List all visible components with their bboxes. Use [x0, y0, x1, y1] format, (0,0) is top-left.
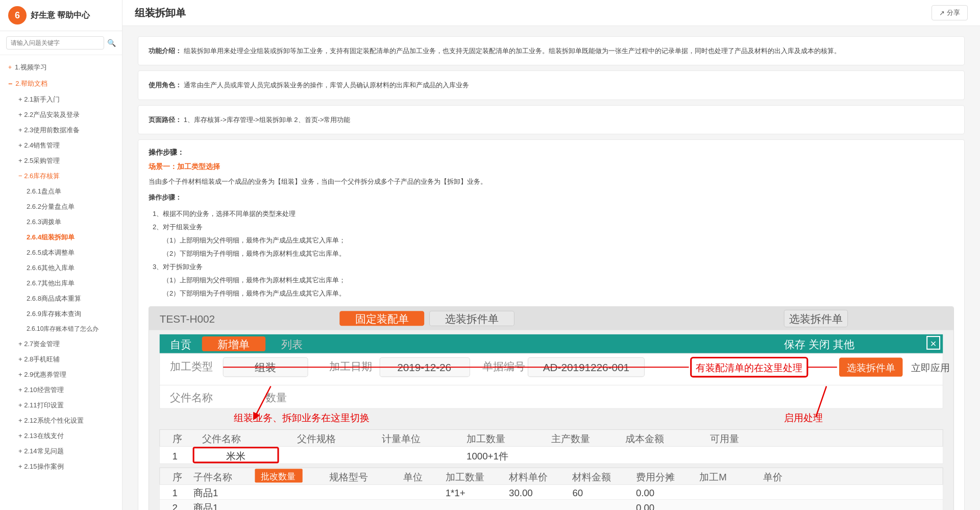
svg-text:加工M: 加工M — [699, 472, 727, 482]
sidebar-item-prepare[interactable]: + 2.3使用前数据准备 — [0, 123, 122, 138]
search-input[interactable] — [6, 36, 104, 50]
svg-text:米米: 米米 — [226, 450, 246, 461]
svg-text:费用分摊: 费用分摊 — [636, 472, 675, 482]
step2: 2、对于组装业务 — [149, 221, 954, 234]
svg-text:30.00: 30.00 — [509, 488, 533, 498]
svg-text:1: 1 — [173, 488, 178, 498]
steps-section: 操作步骤： 场景一：加工类型选择 当由多个子件材料组装成一个成品的业务为【组装】… — [138, 139, 965, 510]
sidebar-item-inv-out[interactable]: 2.6.7其他出库单 — [0, 276, 122, 291]
sidebar-item-videos[interactable]: + 1.视频学习 — [0, 59, 122, 76]
steps-list: 1、根据不同的业务，选择不同单据的类型来处理 2、对于组装业务 （1）上部明细为… — [149, 207, 954, 300]
sidebar-item-inv-cost2[interactable]: 2.6.8商品成本重算 — [0, 291, 122, 306]
svg-text:单位: 单位 — [403, 472, 423, 482]
sidebar-item-personalize[interactable]: + 2.12系统个性化设置 — [0, 413, 122, 428]
sidebar-item-print[interactable]: + 2.11打印设置 — [0, 398, 122, 413]
svg-text:计量单位: 计量单位 — [382, 433, 421, 444]
app-title: 好生意 帮助中心 — [31, 10, 90, 21]
search-icon[interactable]: 🔍 — [107, 39, 116, 47]
sidebar-item-inv-error[interactable]: 2.6.10库存账本错了怎么办 — [0, 322, 122, 336]
svg-text:保存 关闭 其他: 保存 关闭 其他 — [784, 338, 854, 350]
content-area: 功能介绍： 组装拆卸单用来处理企业组装或拆卸等加工业务，支持有固定装配清单的产品… — [122, 26, 980, 510]
sidebar-item-faq[interactable]: + 2.14常见问题 — [0, 444, 122, 459]
svg-text:组装业务、拆卸业务在这里切换: 组装业务、拆卸业务在这里切换 — [234, 412, 370, 423]
steps-main-title: 操作步骤： — [149, 148, 954, 157]
sidebar-item-inv-assembly[interactable]: 2.6.4组装拆卸单 — [0, 230, 122, 245]
svg-text:可用量: 可用量 — [710, 433, 739, 444]
sidebar-item-install[interactable]: + 2.2产品安装及登录 — [0, 107, 122, 123]
intro-text: 组装拆卸单用来处理企业组装或拆卸等加工业务，支持有固定装配清单的产品加工业务，也… — [184, 47, 841, 55]
svg-text:数量: 数量 — [265, 391, 287, 403]
sidebar-item-payment[interactable]: + 2.13在线支付 — [0, 428, 122, 444]
search-box: 🔍 — [0, 31, 122, 55]
scene-title: 场景一：加工类型选择 — [149, 162, 954, 172]
sidebar-header: 6 好生意 帮助中心 — [0, 0, 122, 31]
sidebar: 6 好生意 帮助中心 🔍 + 1.视频学习 − 2.帮助文档 + 2.1新手入门… — [0, 0, 122, 510]
nav-tree: + 1.视频学习 − 2.帮助文档 + 2.1新手入门 + 2.2产品安装及登录… — [0, 55, 122, 510]
svg-text:2: 2 — [173, 502, 178, 510]
step1: 1、根据不同的业务，选择不同单据的类型来处理 — [149, 207, 954, 221]
svg-text:加工类型: 加工类型 — [170, 360, 213, 372]
path-text: 1、库存核算->库存管理->组装拆卸单 2、首页->常用功能 — [184, 116, 351, 124]
screenshot-container: TEST-H002 固定装配单 选装拆件单 选装拆件单 自贡 新增单 列表 保存… — [149, 306, 954, 510]
share-button[interactable]: ↗ 分享 — [932, 5, 968, 20]
sidebar-item-mobile[interactable]: + 2.8手机旺辅 — [0, 352, 122, 367]
svg-text:新增单: 新增单 — [217, 338, 250, 350]
svg-text:材料单价: 材料单价 — [508, 472, 548, 482]
svg-text:父件规格: 父件规格 — [297, 433, 336, 444]
svg-text:主产数量: 主产数量 — [551, 433, 590, 444]
svg-text:×: × — [930, 337, 937, 349]
sidebar-item-inv-in[interactable]: 2.6.6其他入库单 — [0, 260, 122, 276]
step2a: （1）上部明细为父件明细，最终作为产成品生成其它入库单； — [149, 234, 954, 247]
svg-text:0.00: 0.00 — [636, 488, 654, 498]
svg-text:自贡: 自贡 — [170, 338, 191, 350]
sidebar-item-docs[interactable]: − 2.帮助文档 — [0, 76, 122, 92]
svg-text:固定装配单: 固定装配单 — [355, 313, 409, 325]
svg-text:选装拆件单: 选装拆件单 — [847, 362, 895, 373]
sidebar-item-inv-cost[interactable]: 2.6.5成本调整单 — [0, 245, 122, 260]
svg-text:加工数量: 加工数量 — [467, 433, 505, 444]
svg-rect-75 — [160, 499, 943, 510]
share-icon: ↗ — [939, 9, 945, 17]
sidebar-item-inv-count[interactable]: 2.6.1盘点单 — [0, 184, 122, 199]
svg-text:0.00: 0.00 — [636, 502, 654, 510]
sidebar-item-inv-split[interactable]: 2.6.2分量盘点单 — [0, 199, 122, 214]
role-card: 使用角色： 通常由生产人员或库管人员完成拆装业务的操作，库管人员确认原材料的出库… — [138, 70, 965, 100]
svg-text:序: 序 — [173, 472, 182, 482]
svg-text:加工数量: 加工数量 — [446, 472, 484, 482]
intro-card: 功能介绍： 组装拆卸单用来处理企业组装或拆卸等加工业务，支持有固定装配清单的产品… — [138, 36, 965, 65]
svg-text:立即应用: 立即应用 — [911, 362, 950, 373]
sidebar-item-sales[interactable]: + 2.4销售管理 — [0, 138, 122, 153]
main-area: 组装拆卸单 ↗ 分享 功能介绍： 组装拆卸单用来处理企业组装或拆卸等加工业务，支… — [122, 0, 980, 510]
sidebar-item-inventory[interactable]: − 2.6库存核算 — [0, 168, 122, 184]
svg-text:1: 1 — [173, 450, 178, 461]
svg-text:商品1: 商品1 — [193, 488, 218, 498]
svg-text:60: 60 — [572, 488, 583, 498]
svg-text:有装配清单的在这里处理: 有装配清单的在这里处理 — [696, 362, 802, 373]
svg-text:成本金额: 成本金额 — [625, 433, 664, 444]
sidebar-item-finance[interactable]: + 2.7资金管理 — [0, 336, 122, 352]
intro-label: 功能介绍： — [149, 47, 182, 55]
step3b: （2）下部明细为子件明细，最终作为产成品生成其它入库单。 — [149, 287, 954, 300]
sidebar-item-cases[interactable]: + 2.15操作案例 — [0, 459, 122, 474]
svg-text:父件名称: 父件名称 — [202, 433, 241, 444]
svg-text:父件名称: 父件名称 — [170, 391, 213, 403]
sidebar-item-purchase[interactable]: + 2.5采购管理 — [0, 153, 122, 168]
svg-text:单据编号: 单据编号 — [482, 360, 525, 372]
step3a: （1）上部明细为父件明细，最终作为原材料生成其它出库单； — [149, 274, 954, 287]
sidebar-item-ops[interactable]: + 2.10经营管理 — [0, 382, 122, 398]
svg-text:序: 序 — [173, 433, 182, 444]
step2b: （2）下部明细为子件明细，最终作为原材料生成其它出库单。 — [149, 247, 954, 260]
screenshot-svg: TEST-H002 固定装配单 选装拆件单 选装拆件单 自贡 新增单 列表 保存… — [149, 307, 953, 510]
sidebar-item-inv-adjust[interactable]: 2.6.3调拨单 — [0, 214, 122, 230]
svg-text:批改数量: 批改数量 — [261, 472, 296, 481]
svg-text:规格型号: 规格型号 — [329, 472, 368, 482]
path-label: 页面路径： — [149, 116, 182, 124]
sidebar-item-newcomer[interactable]: + 2.1新手入门 — [0, 92, 122, 107]
role-label: 使用角色： — [149, 81, 182, 89]
svg-text:商品1: 商品1 — [193, 502, 218, 510]
role-text: 通常由生产人员或库管人员完成拆装业务的操作，库管人员确认原材料的出库和产成品的入… — [184, 81, 469, 89]
sidebar-item-inv-query[interactable]: 2.6.9库存账本查询 — [0, 306, 122, 322]
svg-text:1*1+: 1*1+ — [446, 488, 465, 498]
svg-text:选装拆件单: 选装拆件单 — [789, 313, 843, 325]
sidebar-item-coupon[interactable]: + 2.9优惠券管理 — [0, 367, 122, 382]
